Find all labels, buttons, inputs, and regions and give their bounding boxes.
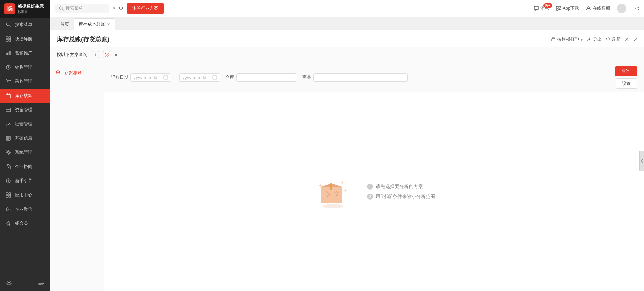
empty-tip-2: 2 用[过滤]条件来缩小分析范围 [367, 194, 435, 200]
expand-right-btn[interactable] [639, 151, 644, 171]
basic-info-icon [5, 135, 11, 141]
system-icon [5, 149, 11, 155]
tip-1-text: 请先选择要分析的方案 [376, 184, 423, 190]
svg-marker-20 [6, 221, 10, 225]
messages-badge: 99+ [543, 3, 552, 8]
trial-btn[interactable]: 体验行业方案 [127, 3, 164, 14]
sidebar-item-marketing[interactable]: 营销推广 [0, 46, 50, 60]
filter-row: 记账日期 yyyy-mm-dd — yyyy-mm-dd 仓库 [104, 63, 644, 92]
app-center-icon [5, 192, 11, 198]
topbar-search[interactable]: 搜索菜单 [55, 4, 109, 13]
filter-add-btn[interactable]: + [92, 51, 99, 58]
sidebar-item-purchase[interactable]: 采购管理 [0, 74, 50, 89]
sidebar-item-operations[interactable]: 经营管理 [0, 117, 50, 131]
expand-panel-icon[interactable]: ⤢ [633, 37, 637, 42]
tip-2-num: 2 [367, 194, 373, 200]
sidebar-item-guide[interactable]: 新手引导 [0, 174, 50, 188]
sidebar-item-search-menu[interactable]: 搜索菜单 [0, 18, 50, 32]
filter-label: 按以下方案查询 [57, 52, 88, 58]
svg-rect-9 [6, 95, 11, 98]
close-panel-icon[interactable]: ✕ [625, 36, 629, 43]
svg-point-8 [9, 83, 10, 83]
member-icon [5, 220, 11, 226]
svg-line-1 [9, 25, 10, 27]
enterprise-icon [5, 164, 11, 170]
filter-settings-btn[interactable]: 设置 [616, 78, 637, 89]
sidebar-item-label: 应用中心 [15, 192, 32, 198]
date-from-input[interactable]: yyyy-mm-dd [130, 73, 171, 82]
calendar-to-icon [212, 75, 217, 80]
sidebar: 畅 畅捷通好生意 标准版 搜索菜单 快捷导航 营销推广 [0, 0, 50, 291]
sidebar-item-inventory[interactable]: 库存核算 [0, 89, 50, 103]
query-btn[interactable]: 查询 [615, 66, 637, 76]
app-logo: 畅 畅捷通好生意 标准版 [0, 0, 50, 18]
filter-action-buttons: 查询 设置 [615, 66, 637, 89]
finance-icon [5, 107, 11, 113]
svg-rect-31 [105, 55, 106, 56]
svg-point-12 [7, 151, 9, 153]
filter-bar: 按以下方案查询 + « [50, 47, 644, 63]
filter-scheme-btn[interactable] [103, 51, 110, 58]
product-field-label: 商品 [302, 74, 311, 80]
app-download-btn[interactable]: App下载 [556, 5, 579, 11]
svg-rect-16 [6, 193, 8, 195]
tab-inventory-cost-label: 库存成本总账 [79, 21, 105, 27]
empty-tip-1: 1 请先选择要分析的方案 [367, 184, 435, 190]
topbar-gear-btn[interactable]: ⚙ [119, 5, 123, 11]
topbar-search-placeholder: 搜索菜单 [66, 5, 83, 11]
sidebar-item-enterprise-wx[interactable]: 企业微信 [0, 202, 50, 216]
svg-rect-35 [213, 76, 217, 79]
topbar-chevron-down-icon[interactable]: ▾ [113, 6, 115, 11]
product-more-icon: ··· [401, 75, 405, 80]
svg-rect-18 [6, 195, 8, 197]
tabbar: 首页 库存成本总账 ✕ [50, 17, 644, 30]
sidebar-item-label: 系统管理 [15, 149, 32, 155]
sidebar-item-member[interactable]: 畅会员 [0, 216, 50, 231]
sidebar-item-finance[interactable]: 资金管理 [0, 103, 50, 117]
sidebar-item-basic-info[interactable]: 基础信息 [0, 131, 50, 145]
svg-rect-24 [556, 6, 558, 8]
tab-home[interactable]: 首页 [55, 19, 74, 30]
print-btn[interactable]: 按模板打印 ▾ [551, 36, 583, 42]
print-chevron-icon: ▾ [580, 37, 583, 42]
scheme-item-icon [55, 70, 61, 76]
brand-name: 畅捷通好生意 [18, 3, 44, 9]
export-btn[interactable]: 导出 [587, 36, 602, 42]
guide-icon [5, 178, 11, 184]
online-service-btn[interactable]: 在线客服 [586, 5, 610, 11]
settings-bottom-btn[interactable] [3, 279, 15, 288]
logo-icon: 畅 [4, 3, 15, 14]
sidebar-item-quick-nav[interactable]: 快捷导航 [0, 32, 50, 46]
sidebar-item-label: 搜索菜单 [15, 22, 32, 28]
tab-inventory-cost[interactable]: 库存成本总账 ✕ [74, 18, 115, 30]
sidebar-item-app-center[interactable]: 应用中心 [0, 188, 50, 202]
filter-collapse-btn[interactable]: « [115, 52, 117, 57]
sidebar-item-label: 基础信息 [15, 135, 32, 141]
collapse-sidebar-btn[interactable] [34, 279, 47, 288]
scheme-item-inventory-general[interactable]: 存货总账 [50, 66, 104, 79]
date-to-input[interactable]: yyyy-mm-dd [179, 73, 220, 82]
refresh-btn[interactable]: 刷新 [606, 36, 621, 42]
sidebar-item-enterprise[interactable]: 企业协同 [0, 160, 50, 174]
edition-label: 标准版 [18, 9, 44, 14]
print-icon [551, 37, 556, 42]
operations-icon [5, 121, 11, 127]
sidebar-item-sales[interactable]: 销售管理 [0, 60, 50, 74]
warehouse-select[interactable]: ··· [236, 73, 297, 82]
quick-nav-icon [5, 36, 11, 42]
sidebar-item-label: 资金管理 [15, 107, 32, 113]
svg-rect-2 [6, 37, 8, 39]
user-avatar[interactable] [617, 4, 626, 13]
tab-close-icon[interactable]: ✕ [107, 22, 110, 27]
topbar: 搜索菜单 ▾ ⚙ 体验行业方案 消息 99+ App下载 在线客服 Rit [50, 0, 644, 17]
svg-rect-30 [107, 53, 108, 54]
online-service-label: 在线客服 [593, 5, 610, 11]
right-edge-panel [639, 151, 644, 171]
page-header: 库存总账(存货总账) 按模板打印 ▾ 导出 刷新 ✕ ⤢ [50, 30, 644, 47]
sidebar-nav: 搜索菜单 快捷导航 营销推广 销售管理 采购管理 [0, 18, 50, 275]
messages-btn[interactable]: 消息 99+ [534, 5, 549, 11]
empty-tips: 1 请先选择要分析的方案 2 用[过滤]条件来缩小分析范围 [367, 184, 435, 200]
sidebar-item-system[interactable]: 系统管理 [0, 145, 50, 160]
svg-rect-34 [164, 76, 168, 79]
product-select[interactable]: ··· [313, 73, 408, 82]
